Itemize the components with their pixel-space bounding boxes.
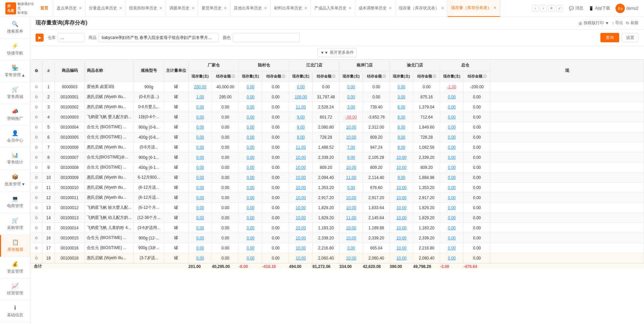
- tab-expand-btn[interactable]: ⤢: [556, 5, 563, 12]
- close-tab-11[interactable]: ✕: [493, 6, 496, 10]
- close-tab-2[interactable]: ✕: [119, 6, 122, 10]
- td-gear[interactable]: ⚙: [31, 102, 43, 112]
- refresh-btn[interactable]: ↻ 刷新: [626, 20, 639, 26]
- tab-1[interactable]: 盘点单历史 ✕: [53, 0, 86, 17]
- sidebar-item-purchase[interactable]: 🛒 采购管理: [0, 213, 30, 235]
- td-wh3-amt: 1,183.20: [313, 223, 339, 233]
- tab-next-btn[interactable]: ›: [540, 5, 547, 12]
- sidebar-item-search[interactable]: 🔍 搜索英单: [0, 17, 30, 39]
- td-gear[interactable]: ⚙: [31, 163, 43, 173]
- sidebar-item-retail-mall[interactable]: 🛒 零售商城: [0, 82, 30, 104]
- close-tab-7[interactable]: ✕: [304, 6, 307, 10]
- td-gear[interactable]: ⚙: [31, 203, 43, 213]
- tab-prev-btn[interactable]: ‹: [532, 5, 539, 12]
- app-btn[interactable]: 📱 App下载: [589, 5, 610, 11]
- tab-9[interactable]: 成本调整单历史 ✕: [355, 0, 395, 17]
- sidebar-item-basic-info[interactable]: ℹ 基础信息: [0, 300, 30, 322]
- td-wh3-amt: 2,094.40: [313, 173, 339, 183]
- td-gear[interactable]: ⚙: [31, 213, 43, 223]
- msg-btn[interactable]: 💬 消息: [569, 5, 583, 11]
- tab-nav-buttons: ‹ › ✕ ⤢: [531, 5, 564, 12]
- sidebar-item-ecommerce[interactable]: 💻 电商管理: [0, 191, 30, 213]
- tab-8[interactable]: 产成品入库单历史 ✕: [311, 0, 355, 17]
- tab-3[interactable]: 组装拆卸单历史 ✕: [126, 0, 166, 17]
- print-btn[interactable]: 🖨 按模版打印 ▼: [578, 20, 609, 26]
- td-gear[interactable]: ⚙: [31, 193, 43, 203]
- td-gear[interactable]: ⚙: [31, 253, 43, 264]
- user-menu[interactable]: Ea demo2: [615, 4, 639, 13]
- td-wh2-amt: 0.00: [262, 82, 289, 92]
- close-tab-5[interactable]: ✕: [224, 6, 227, 10]
- sidebar-item-member[interactable]: 👤 会员中心: [0, 126, 30, 148]
- td-wh3-amt: 809.20: [313, 163, 339, 173]
- td-gear[interactable]: ⚙: [31, 223, 43, 233]
- inventory-table: ⚙ # 商品编码 商品名称 规格型号 主计量单位 厂家仓 陆村仓 江北门店 南岸…: [30, 59, 644, 269]
- footer-wh5-qty: 390.00: [390, 263, 413, 269]
- close-tab-4[interactable]: ✕: [192, 6, 195, 10]
- td-total-amt: 0.00: [464, 112, 490, 122]
- close-tab-1[interactable]: ✕: [79, 6, 82, 10]
- sidebar-item-nav[interactable]: ⚡ 快捷导航: [0, 39, 30, 60]
- td-wh2-amt: 0.00: [262, 213, 289, 223]
- close-tab-10[interactable]: ✕: [441, 6, 444, 10]
- td-gear[interactable]: ⚙: [31, 173, 43, 183]
- td-wh2-qty: 0.00: [239, 233, 262, 243]
- td-gear[interactable]: ⚙: [31, 112, 43, 122]
- product-input[interactable]: babycare孕妇待产包 春季入院全套母子组合孕妇产后冬季月子用品 22件套 …: [99, 33, 219, 42]
- td-gear[interactable]: ⚙: [31, 132, 43, 142]
- td-wh4-amt: 2,105.28: [363, 152, 390, 163]
- chevron-down-icon: ▲: [21, 73, 25, 78]
- sidebar-item-retail-mgmt[interactable]: 🏪 零售管理 ▲: [0, 60, 30, 82]
- td-gear[interactable]: ⚙: [31, 82, 43, 92]
- td-gear[interactable]: ⚙: [31, 92, 43, 102]
- td-wh5-amt: 2,339.20: [413, 233, 440, 243]
- filter-expand-arrow[interactable]: ▶: [36, 34, 44, 42]
- tab-home[interactable]: 首页: [36, 0, 53, 17]
- tab-close-btn[interactable]: ✕: [548, 5, 555, 12]
- tab-6[interactable]: 其他出库单历史 ✕: [230, 0, 271, 17]
- close-tab-6[interactable]: ✕: [264, 6, 267, 10]
- td-wh5-amt: 2,060.40: [413, 253, 440, 264]
- td-gear[interactable]: ⚙: [31, 152, 43, 163]
- tab-2[interactable]: 分量盘点单历史 ✕: [86, 0, 126, 17]
- table-container[interactable]: ⚙ # 商品编码 商品名称 规格型号 主计量单位 厂家仓 陆村仓 江北门店 南岸…: [30, 59, 644, 324]
- td-no: 16: [43, 233, 55, 243]
- td-spec: 900g (6-1...: [134, 152, 164, 163]
- td-gear[interactable]: ⚙: [31, 233, 43, 243]
- color-input[interactable]: [233, 33, 300, 42]
- sidebar-item-inventory[interactable]: 📋 库存核算: [0, 235, 30, 257]
- td-gear[interactable]: ⚙: [31, 142, 43, 152]
- sidebar-item-system[interactable]: ⚙ 系统管理: [0, 322, 30, 324]
- marketing-icon: 📣: [1, 108, 29, 114]
- warehouse-input[interactable]: ...: [58, 33, 85, 42]
- td-wh5-qty: 10.00: [390, 183, 413, 193]
- tab-7[interactable]: 材料出库单历史 ✕: [271, 0, 311, 17]
- td-gear[interactable]: ⚙: [31, 183, 43, 193]
- td-gear[interactable]: ⚙: [31, 243, 43, 253]
- tab-4[interactable]: 调拨单历史 ✕: [166, 0, 198, 17]
- td-code: 00100001: [55, 92, 85, 102]
- td-no: 13: [43, 203, 55, 213]
- th-gear[interactable]: ⚙: [31, 60, 43, 82]
- query-button[interactable]: 查询: [600, 33, 619, 42]
- table-row: ⚙ 10 00100009 惠氏启赋 (Wyeth illu... 6-12月9…: [31, 173, 644, 183]
- td-wh4-amt: 809.20: [363, 163, 390, 173]
- close-tab-8[interactable]: ✕: [348, 6, 352, 10]
- sidebar-item-marketing[interactable]: 📣 营销推广: [0, 104, 30, 126]
- td-total-qty: -1.00: [440, 82, 464, 92]
- close-tab-3[interactable]: ✕: [159, 6, 162, 10]
- sidebar-item-retail-stats[interactable]: 📊 零售统计: [0, 148, 30, 170]
- tab-10[interactable]: 现存量（库存状况表） ✕: [395, 0, 448, 17]
- td-gear[interactable]: ⚙: [31, 122, 43, 132]
- export-btn[interactable]: ↑ 导出: [612, 20, 623, 26]
- th-total-qty: 现存量(主): [440, 71, 464, 82]
- sidebar-item-wholesale[interactable]: 📦 批发管理 ▼: [0, 170, 30, 191]
- th-group-wh1: 厂家仓: [189, 60, 239, 71]
- sidebar-item-operations[interactable]: 📈 经营管理: [0, 279, 30, 300]
- expand-more-btn[interactable]: ▼▼ 展开更多条件: [317, 48, 357, 57]
- sidebar-item-finance[interactable]: 💰 资金管理: [0, 257, 30, 279]
- tab-11[interactable]: 现存量（库存分布表） ✕: [448, 0, 500, 17]
- setting-button[interactable]: 设置: [622, 33, 639, 42]
- close-tab-9[interactable]: ✕: [389, 6, 392, 10]
- tab-5[interactable]: 要货单历史 ✕: [198, 0, 230, 17]
